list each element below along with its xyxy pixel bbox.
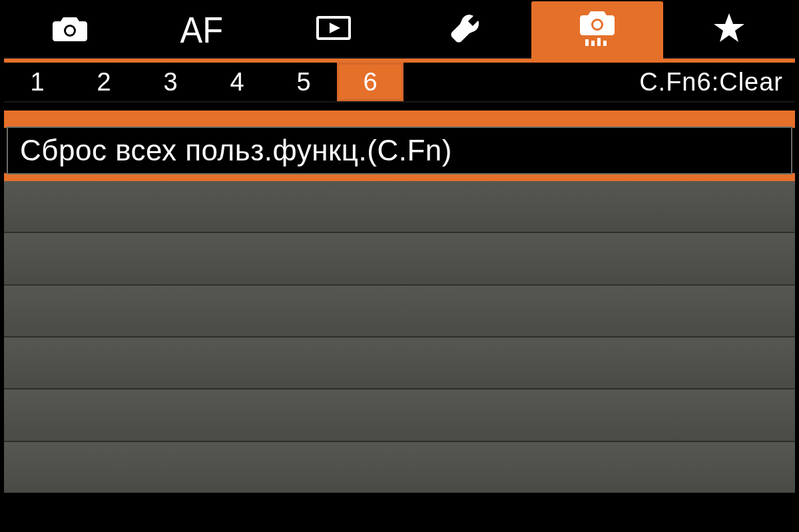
selection-top-bar xyxy=(4,111,795,128)
page-label: C.Fn6:Clear xyxy=(639,63,795,101)
svg-marker-10 xyxy=(714,13,744,42)
tab-mymenu[interactable] xyxy=(663,1,795,59)
menu-item-clear-cfn[interactable]: Сброс всех польз.функц.(C.Fn) xyxy=(4,128,795,173)
menu-content: Сброс всех польз.функц.(C.Fn) xyxy=(4,103,795,493)
main-tab-bar: AF xyxy=(4,1,795,59)
empty-row xyxy=(4,390,795,441)
page-2[interactable]: 2 xyxy=(71,63,137,101)
svg-rect-6 xyxy=(585,39,589,46)
tab-playback[interactable] xyxy=(268,1,400,59)
empty-rows xyxy=(4,181,795,493)
camera-custom-icon xyxy=(576,9,619,51)
svg-rect-7 xyxy=(591,41,595,46)
selection-bottom-bar xyxy=(4,173,795,181)
tab-custom-functions[interactable] xyxy=(531,1,663,59)
wrench-icon xyxy=(449,12,481,47)
page-number-bar: 1 2 3 4 5 6 C.Fn6:Clear xyxy=(4,63,795,103)
tab-shooting[interactable] xyxy=(4,1,136,59)
camera-menu-screen: AF xyxy=(0,1,799,532)
tab-setup[interactable] xyxy=(400,1,531,59)
empty-row xyxy=(4,233,795,285)
page-6[interactable]: 6 xyxy=(337,63,403,101)
svg-rect-8 xyxy=(597,38,601,46)
page-4[interactable]: 4 xyxy=(204,63,270,101)
camera-icon xyxy=(49,12,91,47)
empty-row xyxy=(4,286,795,338)
svg-marker-3 xyxy=(330,23,340,33)
menu-item-label: Сброс всех польз.функц.(C.Fn) xyxy=(20,134,452,167)
star-icon xyxy=(712,12,746,47)
page-5[interactable]: 5 xyxy=(270,63,337,101)
page-3[interactable]: 3 xyxy=(137,63,204,101)
svg-rect-9 xyxy=(603,41,607,46)
empty-row xyxy=(4,181,795,233)
af-icon: AF xyxy=(180,8,223,51)
page-1[interactable]: 1 xyxy=(4,63,71,101)
page-spacer xyxy=(403,63,639,101)
svg-point-5 xyxy=(593,21,601,29)
tab-af[interactable]: AF xyxy=(136,1,268,59)
empty-row xyxy=(4,338,795,390)
svg-point-1 xyxy=(66,27,74,35)
empty-row xyxy=(4,442,795,493)
play-icon xyxy=(314,13,354,45)
